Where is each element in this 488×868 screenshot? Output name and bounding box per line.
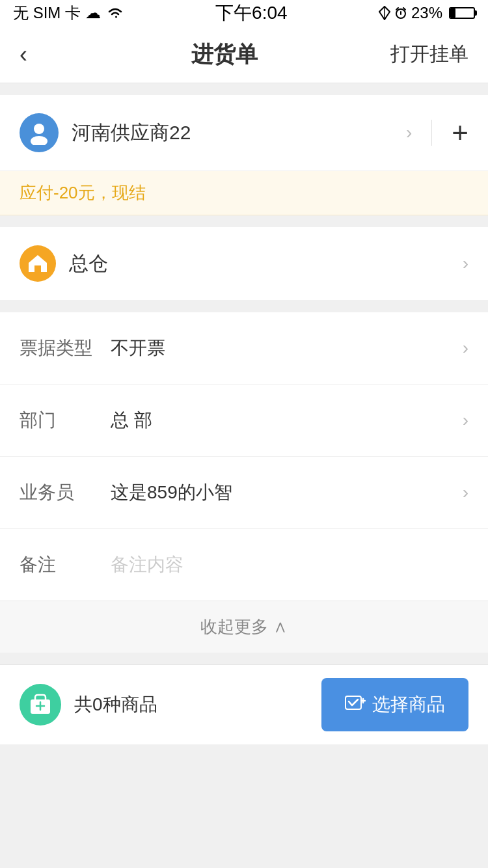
person-icon bbox=[27, 120, 51, 145]
invoice-arrow-icon: › bbox=[463, 338, 468, 359]
section-divider-1 bbox=[0, 83, 488, 95]
collapse-button[interactable]: 收起更多 ∧ bbox=[0, 601, 488, 653]
sim-text: 无 SIM 卡 ☁ bbox=[13, 3, 101, 23]
collapse-label: 收起更多 ∧ bbox=[200, 616, 287, 638]
page-title: 进货单 bbox=[191, 40, 258, 70]
svg-point-10 bbox=[42, 714, 45, 716]
vertical-separator bbox=[431, 120, 432, 146]
supplier-section: 河南供应商22 › + 应付-20元，现结 bbox=[0, 95, 488, 215]
dept-value: 总 部 bbox=[111, 408, 463, 433]
supplier-avatar bbox=[20, 113, 59, 152]
svg-point-5 bbox=[34, 124, 44, 134]
nav-bar: ‹ 进货单 打开挂单 bbox=[0, 26, 488, 83]
sales-value: 这是859的小智 bbox=[111, 480, 463, 505]
select-icon bbox=[345, 696, 366, 714]
invoice-row[interactable]: 票据类型 不开票 › bbox=[0, 312, 488, 384]
supplier-row[interactable]: 河南供应商22 › + bbox=[0, 95, 488, 171]
cart-icon bbox=[27, 692, 53, 718]
supplier-arrow-icon: › bbox=[406, 122, 412, 143]
status-left: 无 SIM 卡 ☁ bbox=[13, 3, 124, 23]
house-icon bbox=[27, 252, 49, 275]
open-pending-button[interactable]: 打开挂单 bbox=[390, 41, 468, 68]
section-divider-4 bbox=[0, 653, 488, 664]
add-supplier-button[interactable]: + bbox=[452, 118, 468, 147]
svg-point-6 bbox=[31, 136, 47, 145]
page-background bbox=[0, 744, 488, 868]
dept-label: 部门 bbox=[20, 408, 104, 433]
sales-label: 业务员 bbox=[20, 480, 104, 505]
status-time: 下午6:04 bbox=[215, 1, 288, 25]
svg-point-9 bbox=[36, 714, 38, 716]
dept-arrow-icon: › bbox=[463, 410, 468, 431]
product-count-text: 共0种商品 bbox=[74, 692, 321, 717]
product-icon bbox=[20, 684, 61, 726]
warehouse-name: 总仓 bbox=[69, 251, 463, 277]
remark-row[interactable]: 备注 备注内容 bbox=[0, 528, 488, 601]
alarm-icon bbox=[394, 7, 407, 20]
select-btn-label: 选择商品 bbox=[372, 692, 445, 717]
notice-text: 应付-20元，现结 bbox=[20, 183, 146, 202]
status-right: 23% bbox=[379, 4, 475, 22]
remark-label: 备注 bbox=[20, 552, 104, 577]
battery-icon bbox=[449, 7, 475, 19]
warehouse-icon bbox=[20, 245, 56, 282]
warehouse-row[interactable]: 总仓 › bbox=[0, 227, 488, 300]
svg-rect-13 bbox=[346, 696, 361, 709]
wifi-icon bbox=[106, 7, 124, 20]
warehouse-arrow-icon: › bbox=[463, 253, 468, 274]
invoice-label: 票据类型 bbox=[20, 336, 104, 360]
sales-arrow-icon: › bbox=[463, 482, 468, 503]
warehouse-section: 总仓 › bbox=[0, 227, 488, 300]
location-icon bbox=[379, 6, 390, 20]
select-product-button[interactable]: 选择商品 bbox=[321, 678, 468, 731]
section-divider-3 bbox=[0, 300, 488, 312]
back-button[interactable]: ‹ bbox=[20, 41, 59, 68]
section-divider-2 bbox=[0, 215, 488, 227]
battery-percent: 23% bbox=[411, 4, 442, 22]
svg-rect-7 bbox=[34, 265, 41, 272]
notice-bar: 应付-20元，现结 bbox=[0, 171, 488, 215]
form-section: 票据类型 不开票 › 部门 总 部 › 业务员 这是859的小智 › 备注 备注… bbox=[0, 312, 488, 653]
dept-row[interactable]: 部门 总 部 › bbox=[0, 384, 488, 456]
remark-input[interactable]: 备注内容 bbox=[111, 552, 468, 577]
supplier-name: 河南供应商22 bbox=[72, 120, 406, 146]
sales-row[interactable]: 业务员 这是859的小智 › bbox=[0, 456, 488, 528]
bottom-bar: 共0种商品 选择商品 bbox=[0, 664, 488, 744]
invoice-value: 不开票 bbox=[111, 336, 463, 360]
status-bar: 无 SIM 卡 ☁ 下午6:04 23% bbox=[0, 0, 488, 26]
